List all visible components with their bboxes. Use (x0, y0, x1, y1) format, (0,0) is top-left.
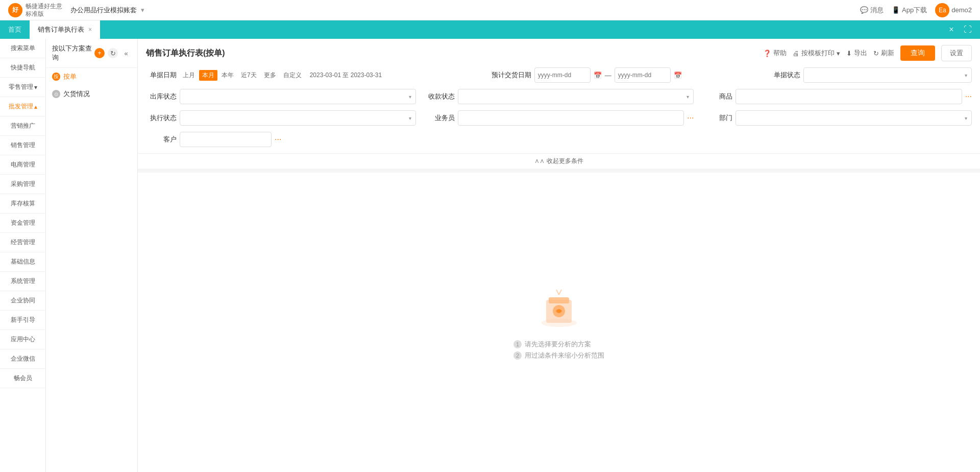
filter-customer-field: 客户 ··· (146, 132, 289, 147)
doc-status-label: 单据状态 (770, 70, 800, 80)
empty-illustration (533, 285, 584, 336)
delivery-status-arrow-icon: ▾ (409, 94, 411, 100)
exec-status-select[interactable]: ▾ (180, 110, 416, 126)
date-tab-more[interactable]: 更多 (261, 70, 279, 81)
query-button[interactable]: 查询 (900, 45, 935, 61)
message-action[interactable]: 💬 消息 (860, 6, 884, 15)
sidebar-item-marketing[interactable]: 营销推广 (0, 116, 45, 136)
sidebar-item-purchase[interactable]: 采购管理 (0, 175, 45, 194)
tab-sales-order[interactable]: 销售订单执行表 × (30, 20, 100, 39)
logo-icon: 好 (8, 3, 22, 17)
left-panel: 按以下方案查询 + ↻ « 按 按单 ⊙ 欠货情况 (46, 39, 138, 472)
app-download-action[interactable]: 📱 App下载 (892, 6, 927, 15)
export-button[interactable]: ⬇ 导出 (846, 49, 867, 58)
collapse-bar[interactable]: ∧∧ 收起更多条件 (138, 153, 980, 169)
filter-salesperson-field: 业务员 ··· (424, 110, 694, 126)
tab-close-icon[interactable]: × (88, 26, 92, 33)
svg-rect-2 (549, 297, 569, 303)
customer-input[interactable] (180, 132, 272, 147)
settings-button[interactable]: 设置 (941, 45, 972, 61)
date-tab-this-month[interactable]: 本月 (199, 70, 217, 81)
right-main: 销售订单执行表(按单) ❓ 帮助 🖨 按模板打印 ▾ ⬇ 导出 (138, 39, 980, 472)
system-title: 办公用品行业模拟账套 (70, 6, 137, 15)
calendar-icon-start: 📅 (594, 72, 602, 79)
filter-exec-status-field: 执行状态 ▾ (146, 110, 416, 126)
product-more-icon[interactable]: ··· (965, 92, 972, 101)
delivery-status-select[interactable]: ▾ (180, 89, 416, 104)
filter-row-1: 单据日期 上月 本月 本年 近7天 更多 自定义 2023-03-01 至 20… (146, 67, 972, 83)
expected-date-start-input[interactable] (534, 67, 591, 83)
help-button[interactable]: ❓ 帮助 (763, 49, 787, 58)
filter-expected-date-field: 预计交货日期 📅 — 📅 (492, 67, 762, 83)
sidebar-item-basic[interactable]: 基础信息 (0, 252, 45, 272)
sidebar-item-operation[interactable]: 经营管理 (0, 233, 45, 252)
expected-date-label: 预计交货日期 (492, 70, 531, 80)
scheme-item-shortage[interactable]: ⊙ 欠货情况 (46, 85, 137, 103)
window-close-icon[interactable]: × (945, 23, 958, 36)
collapse-panel-button[interactable]: « (121, 48, 131, 58)
dept-select[interactable]: ▾ (736, 110, 972, 126)
empty-tip-1: 1 请先选择要分析的方案 (513, 340, 604, 349)
message-icon: 💬 (860, 6, 868, 14)
tip-num-2: 2 (513, 351, 522, 360)
tab-bar: 首页 销售订单执行表 × × ⛶ (0, 20, 980, 39)
add-scheme-button[interactable]: + (94, 48, 105, 58)
sidebar-item-inventory[interactable]: 库存核算 (0, 194, 45, 214)
left-panel-actions: + ↻ « (94, 48, 131, 58)
salesperson-label: 业务员 (424, 113, 455, 123)
sidebar-item-search[interactable]: 搜索菜单 (0, 39, 45, 58)
sidebar-item-enterprise[interactable]: 企业协同 (0, 291, 45, 311)
sidebar-item-wechat[interactable]: 企业微信 (0, 349, 45, 369)
empty-state: 1 请先选择要分析的方案 2 用过滤条件来缩小分析范围 (138, 173, 980, 472)
collapse-text: 收起更多条件 (547, 157, 583, 164)
date-tab-last-month[interactable]: 上月 (180, 70, 198, 81)
left-panel-title: 按以下方案查询 (52, 44, 94, 62)
sidebar-item-system[interactable]: 系统管理 (0, 272, 45, 291)
date-tabs: 上月 本月 本年 近7天 更多 自定义 (180, 70, 305, 81)
print-icon: 🖨 (793, 50, 799, 57)
sidebar-item-newbie[interactable]: 新手引导 (0, 311, 45, 330)
user-profile[interactable]: Ea demo2 (935, 3, 972, 17)
product-label: 商品 (702, 92, 732, 101)
refresh-scheme-button[interactable]: ↻ (108, 48, 118, 58)
svg-line-5 (559, 290, 561, 295)
doc-status-select[interactable]: ▾ (803, 67, 972, 83)
header-right: 💬 消息 📱 App下载 Ea demo2 (860, 3, 972, 17)
tab-home[interactable]: 首页 (0, 20, 30, 39)
refresh-button[interactable]: ↻ 刷新 (873, 49, 894, 58)
scheme-item-by-order[interactable]: 按 按单 (46, 68, 137, 85)
sidebar-item-quick-nav[interactable]: 快捷导航 (0, 58, 45, 78)
customer-more-icon[interactable]: ··· (275, 135, 281, 144)
sidebar-item-sales[interactable]: 销售管理 (0, 136, 45, 155)
date-label: 单据日期 (146, 70, 177, 80)
print-button[interactable]: 🖨 按模板打印 ▾ (793, 49, 840, 58)
date-tab-this-year[interactable]: 本年 (218, 70, 237, 81)
sidebar-item-retail[interactable]: 零售管理 ▾ (0, 78, 45, 97)
system-dropdown-icon[interactable]: ▾ (141, 6, 144, 14)
product-input[interactable] (736, 89, 962, 104)
expected-date-end-input[interactable] (615, 67, 671, 83)
salesperson-input[interactable] (458, 110, 684, 126)
sidebar-item-finance[interactable]: 资金管理 (0, 214, 45, 233)
salesperson-more-icon[interactable]: ··· (687, 113, 694, 123)
main-layout: 搜索菜单 快捷导航 零售管理 ▾ 批发管理 ▴ 营销推广 销售管理 电商管理 采… (0, 39, 980, 472)
filter-delivery-status-field: 出库状态 ▾ (146, 89, 416, 104)
refresh-page-icon: ↻ (873, 50, 879, 57)
sidebar-item-ecommerce[interactable]: 电商管理 (0, 155, 45, 175)
print-dropdown-icon: ▾ (837, 50, 840, 57)
delivery-status-label: 出库状态 (146, 92, 177, 101)
date-tab-custom[interactable]: 自定义 (280, 70, 305, 81)
date-tab-7days[interactable]: 近7天 (238, 70, 260, 81)
page-actions: ❓ 帮助 🖨 按模板打印 ▾ ⬇ 导出 ↻ 刷新 (763, 45, 972, 61)
sidebar-item-app-center[interactable]: 应用中心 (0, 330, 45, 349)
payment-status-select[interactable]: ▾ (458, 89, 694, 104)
filter-dept-field: 部门 ▾ (702, 110, 972, 126)
payment-status-arrow-icon: ▾ (687, 94, 689, 100)
dept-arrow-icon: ▾ (965, 115, 967, 121)
sidebar-item-wholesale[interactable]: 批发管理 ▴ (0, 97, 45, 116)
window-expand-icon[interactable]: ⛶ (962, 23, 974, 36)
svg-line-4 (556, 290, 559, 295)
date-range-text: 2023-03-01 至 2023-03-31 (310, 71, 382, 80)
sidebar-item-member[interactable]: 畅会员 (0, 369, 45, 388)
filter-row-3: 执行状态 ▾ 业务员 ··· 部门 (146, 110, 972, 126)
